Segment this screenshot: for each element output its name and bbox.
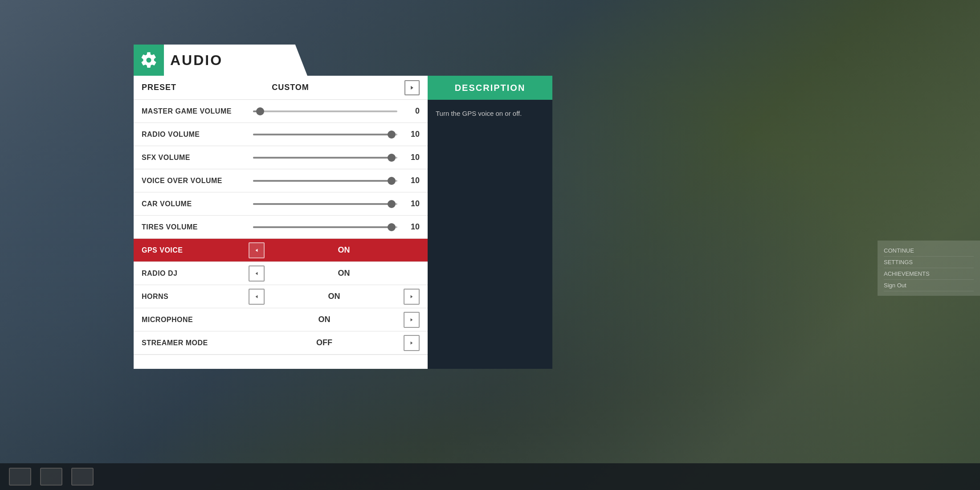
car-volume-slider[interactable]: [253, 203, 397, 205]
description-panel: DESCRIPTION Turn the GPS voice on or off…: [428, 76, 552, 369]
streamer-mode-label: STREAMER MODE: [142, 339, 249, 347]
custom-label: CUSTOM: [272, 83, 309, 92]
right-side-item-signout[interactable]: Sign Out: [884, 280, 974, 291]
settings-panel: PRESET CUSTOM MASTER GAME VOLUME 0 R: [134, 76, 428, 369]
page-title: AUDIO: [164, 52, 223, 69]
radio-volume-slider[interactable]: [253, 134, 397, 135]
description-text: Turn the GPS voice on or off.: [436, 110, 522, 117]
preset-next-button[interactable]: [404, 80, 420, 95]
radio-volume-label: RADIO VOLUME: [142, 131, 249, 139]
right-side-panel: CONTINUE SETTINGS ACHIEVEMENTS Sign Out: [878, 241, 980, 296]
radio-volume-row: RADIO VOLUME 10: [134, 123, 428, 146]
bottom-btn-1[interactable]: [9, 468, 31, 486]
description-title: DESCRIPTION: [455, 83, 526, 93]
horns-value: ON: [268, 292, 400, 301]
streamer-mode-value: OFF: [249, 338, 400, 347]
tires-volume-value: 10: [406, 222, 420, 232]
description-body: Turn the GPS voice on or off.: [428, 100, 552, 128]
ui-container: AUDIO PRESET CUSTOM MASTER GAME VOLUME: [134, 45, 552, 369]
svg-marker-4: [411, 295, 413, 298]
master-game-volume-value: 0: [406, 106, 420, 116]
voice-over-volume-value: 10: [406, 176, 420, 185]
preset-label: PRESET: [142, 83, 176, 92]
bottom-btn-2[interactable]: [40, 468, 62, 486]
bottom-btn-3[interactable]: [71, 468, 94, 486]
sfx-volume-value: 10: [406, 153, 420, 162]
gps-voice-value: ON: [268, 245, 420, 255]
streamer-mode-next-button[interactable]: [404, 335, 420, 351]
svg-marker-1: [256, 249, 258, 252]
sfx-volume-row: SFX VOLUME 10: [134, 146, 428, 169]
audio-header: AUDIO: [134, 45, 307, 76]
car-volume-row: CAR VOLUME 10: [134, 192, 428, 216]
sfx-volume-label: SFX VOLUME: [142, 154, 249, 162]
gear-icon-box: [134, 45, 164, 76]
microphone-label: MICROPHONE: [142, 316, 249, 324]
right-side-item-settings[interactable]: SETTINGS: [884, 257, 974, 268]
voice-over-volume-row: VOICE OVER VOLUME 10: [134, 169, 428, 192]
bottom-bar: [0, 463, 980, 490]
horns-row: HORNS ON: [134, 285, 428, 308]
svg-marker-2: [256, 272, 258, 275]
main-panel: PRESET CUSTOM MASTER GAME VOLUME 0 R: [134, 76, 552, 369]
preset-row: PRESET CUSTOM: [134, 76, 428, 100]
microphone-value: ON: [249, 315, 400, 324]
radio-dj-row: RADIO DJ ON: [134, 262, 428, 285]
horns-next-button[interactable]: [404, 289, 420, 305]
microphone-row: MICROPHONE ON: [134, 308, 428, 331]
gps-voice-row: GPS VOICE ON: [134, 239, 428, 262]
car-volume-value: 10: [406, 199, 420, 208]
master-game-volume-label: MASTER GAME VOLUME: [142, 107, 249, 115]
horns-label: HORNS: [142, 293, 249, 301]
microphone-next-button[interactable]: [404, 312, 420, 328]
tires-volume-slider[interactable]: [253, 226, 397, 228]
sfx-volume-slider[interactable]: [253, 157, 397, 159]
radio-volume-value: 10: [406, 130, 420, 139]
svg-marker-5: [411, 318, 413, 321]
car-volume-label: CAR VOLUME: [142, 200, 249, 208]
master-game-volume-slider[interactable]: [253, 110, 397, 112]
tires-volume-label: TIRES VOLUME: [142, 223, 249, 231]
gps-voice-prev-button[interactable]: [249, 242, 265, 258]
radio-dj-prev-button[interactable]: [249, 265, 265, 282]
bottom-spacer: [134, 355, 428, 369]
radio-dj-label: RADIO DJ: [142, 270, 249, 278]
description-header: DESCRIPTION: [428, 76, 552, 100]
radio-dj-value: ON: [268, 269, 420, 278]
tires-volume-row: TIRES VOLUME 10: [134, 216, 428, 239]
gps-voice-label: GPS VOICE: [142, 246, 249, 254]
voice-over-volume-label: VOICE OVER VOLUME: [142, 177, 249, 185]
voice-over-volume-slider[interactable]: [253, 180, 397, 182]
gear-icon: [140, 52, 157, 69]
right-side-item-achievements[interactable]: ACHIEVEMENTS: [884, 268, 974, 280]
svg-marker-6: [411, 341, 413, 344]
svg-marker-0: [411, 86, 413, 89]
streamer-mode-row: STREAMER MODE OFF: [134, 331, 428, 355]
horns-prev-button[interactable]: [249, 289, 265, 305]
master-game-volume-row: MASTER GAME VOLUME 0: [134, 100, 428, 123]
svg-marker-3: [256, 295, 258, 298]
right-side-item-continue[interactable]: CONTINUE: [884, 245, 974, 257]
